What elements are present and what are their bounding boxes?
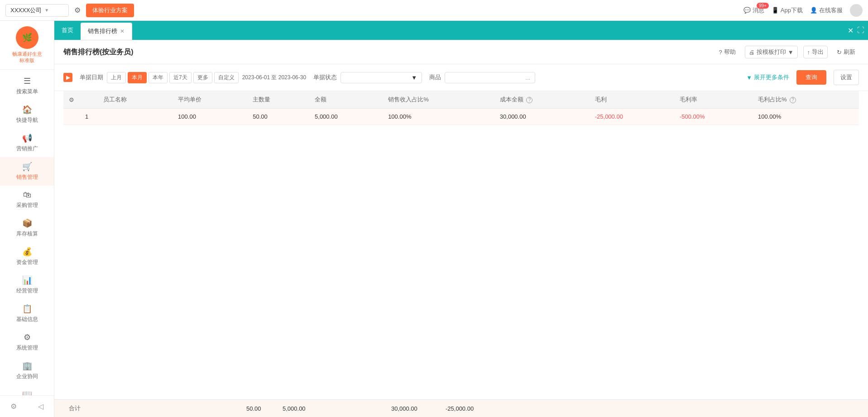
sidebar-item-beginner-guide[interactable]: 📖 新手引导 [0, 385, 54, 395]
sales-mgmt-icon: 🛒 [22, 162, 32, 172]
sidebar-item-inventory[interactable]: 📦 库存核算 [0, 214, 54, 242]
sidebar-label-purchase-mgmt: 采购管理 [16, 201, 38, 209]
date-btn-custom[interactable]: 自定义 [214, 72, 239, 83]
sidebar-item-sys-mgmt[interactable]: ⚙ 系统管理 [0, 328, 54, 356]
online-service-label: 在线客服 [819, 6, 843, 14]
settings-icon[interactable]: ⚙ [72, 4, 82, 16]
goods-filter: 商品 ... [429, 72, 535, 83]
cell-avg-price: 100.00 [173, 109, 247, 125]
sales-rank-table: ⚙ 员工名称 平均单价 主数量 全额 销售收入占比% 成本全额 ? [63, 91, 859, 125]
sidebar-nav: ☰ 搜索菜单 🏠 快捷导航 📢 营销推广 🛒 销售管理 🛍 采购管理 [0, 70, 54, 395]
print-template-button[interactable]: 🖨 按模板打印 ▼ [745, 46, 798, 58]
settings-bottom-icon[interactable]: ⚙ [8, 399, 19, 413]
beginner-guide-icon: 📖 [22, 389, 32, 395]
top-bar: XXXXX公司 ▼ ⚙ 体验行业方案 💬 消息 99+ 📱 App下载 👤 在线… [0, 0, 868, 21]
th-cost-amount: 成本全额 ? [494, 91, 590, 109]
sidebar-item-purchase-mgmt[interactable]: 🛍 采购管理 [0, 186, 54, 214]
date-btn-7days[interactable]: 近7天 [169, 72, 192, 83]
table-footer: 合计 50.00 5,000.00 30,000.00 -25,000.00 [54, 399, 868, 417]
sidebar-label-sales-mgmt: 销售管理 [16, 173, 38, 181]
expand-toggle-button[interactable]: ▶ [63, 73, 72, 82]
sidebar-label-marketing: 营销推广 [16, 145, 38, 153]
tab-close-icon[interactable]: ✕ [120, 28, 125, 34]
th-emp-name: 员工名称 [98, 91, 173, 109]
trial-button[interactable]: 体验行业方案 [86, 4, 134, 17]
avatar[interactable] [850, 4, 863, 17]
filter-bar: ▶ 单据日期 上月 本月 本年 近7天 更多 自定义 [54, 64, 868, 91]
gross-pct-info-icon[interactable]: ? [790, 97, 796, 103]
sidebar: 🌿 畅康通好生意标准版 ☰ 搜索菜单 🏠 快捷导航 📢 营销推广 🛒 [0, 21, 54, 417]
sidebar-item-search-order[interactable]: ☰ 搜索菜单 [0, 72, 54, 100]
tab-close-all-icon[interactable]: ✕ [848, 26, 854, 35]
status-label: 单据状态 [313, 73, 337, 81]
tab-bar-right: ✕ ⛶ [848, 26, 868, 35]
date-btn-prev-month[interactable]: 上月 [107, 72, 126, 83]
cost-amount-info-icon[interactable]: ? [526, 97, 532, 103]
help-button[interactable]: ? 帮助 [715, 46, 739, 58]
basic-info-icon: 📋 [22, 304, 32, 314]
collapse-sidebar-icon[interactable]: ◁ [35, 399, 46, 413]
company-name: XXXXX公司 [10, 6, 42, 14]
th-settings: ⚙ [63, 91, 80, 109]
sidebar-item-marketing[interactable]: 📢 营销推广 [0, 129, 54, 157]
table-body: 1 100.00 50.00 5,000.00 100.00% 30,000.0… [63, 109, 859, 125]
sidebar-item-finance[interactable]: 💰 资金管理 [0, 242, 54, 271]
cell-cost-amount: 30,000.00 [494, 109, 590, 125]
sidebar-label-ops-mgmt: 经营管理 [16, 287, 38, 295]
status-select[interactable]: ▼ [340, 72, 422, 83]
refresh-button[interactable]: ↻ 刷新 [833, 46, 859, 58]
date-btn-more[interactable]: 更多 [193, 72, 212, 83]
expand-more-button[interactable]: ▼ 展开更多条件 [746, 73, 789, 81]
tab-sales-rank[interactable]: 销售排行榜 ✕ [81, 23, 132, 40]
enterprise-collab-icon: 🏢 [22, 361, 32, 371]
footer-cost-amount-val: 30,000.00 [386, 405, 440, 412]
top-right-area: 💬 消息 99+ 📱 App下载 👤 在线客服 [743, 4, 863, 17]
online-service-button[interactable]: 👤 在线客服 [810, 6, 843, 14]
tab-bar: 首页 销售排行榜 ✕ ✕ ⛶ [54, 21, 868, 40]
expand-label: 展开更多条件 [754, 73, 789, 81]
sidebar-item-sales-mgmt[interactable]: 🛒 销售管理 [0, 157, 54, 186]
cell-settings [63, 109, 80, 125]
tab-home[interactable]: 首页 [54, 22, 81, 39]
message-button[interactable]: 💬 消息 99+ [743, 6, 764, 14]
date-btn-this-month[interactable]: 本月 [128, 72, 147, 83]
th-gross-pct: 毛利占比% ? [753, 91, 859, 109]
footer-cells: 50.00 5,000.00 30,000.00 -25,000.00 [150, 405, 854, 412]
date-btn-this-year[interactable]: 本年 [149, 72, 168, 83]
tab-sales-rank-label: 销售排行榜 [88, 27, 117, 35]
sidebar-label-quick-nav: 快捷导航 [16, 116, 38, 124]
service-icon: 👤 [810, 7, 817, 14]
goods-select[interactable]: ... [445, 72, 535, 83]
sidebar-label-basic-info: 基础信息 [16, 316, 38, 323]
footer-label: 合计 [69, 404, 96, 412]
query-button[interactable]: 查询 [796, 70, 826, 85]
date-range: 2023-06-01 至 2023-06-30 [242, 74, 306, 81]
export-button[interactable]: ↑ 导出 [803, 46, 828, 58]
ops-mgmt-icon: 📊 [22, 275, 32, 285]
sidebar-item-quick-nav[interactable]: 🏠 快捷导航 [0, 100, 54, 129]
th-rank [80, 91, 98, 109]
cell-gross-pct: 100.00% [753, 109, 859, 125]
company-selector[interactable]: XXXXX公司 ▼ [5, 4, 69, 17]
finance-icon: 💰 [22, 247, 32, 257]
logo-image: 🌿 [16, 26, 38, 49]
table-settings-button[interactable]: 设置 [834, 70, 859, 85]
more-icon[interactable]: ... [525, 74, 530, 81]
page-content: 销售排行榜(按业务员) ? 帮助 🖨 按模板打印 ▼ ↑ [54, 40, 868, 417]
app-download-button[interactable]: 📱 App下载 [772, 6, 803, 14]
download-icon: 📱 [772, 7, 779, 14]
footer-gross-profit-val: -25,000.00 [440, 405, 494, 412]
sidebar-item-enterprise-collab[interactable]: 🏢 企业协同 [0, 356, 54, 385]
cell-gross-profit: -25,000.00 [590, 109, 674, 125]
status-chevron-icon: ▼ [411, 74, 417, 81]
th-gross-profit: 毛利 [590, 91, 674, 109]
message-badge: 99+ [757, 3, 769, 9]
sidebar-item-ops-mgmt[interactable]: 📊 经营管理 [0, 271, 54, 299]
expand-conditions: ▼ 展开更多条件 [746, 73, 789, 81]
main-area: 🌿 畅康通好生意标准版 ☰ 搜索菜单 🏠 快捷导航 📢 营销推广 🛒 [0, 21, 868, 417]
filter-row-1: ▶ 单据日期 上月 本月 本年 近7天 更多 自定义 [63, 70, 859, 85]
tab-home-label: 首页 [62, 26, 73, 34]
tab-maximize-icon[interactable]: ⛶ [857, 26, 864, 34]
sidebar-item-basic-info[interactable]: 📋 基础信息 [0, 299, 54, 328]
sidebar-label-search-order: 搜索菜单 [16, 88, 38, 96]
